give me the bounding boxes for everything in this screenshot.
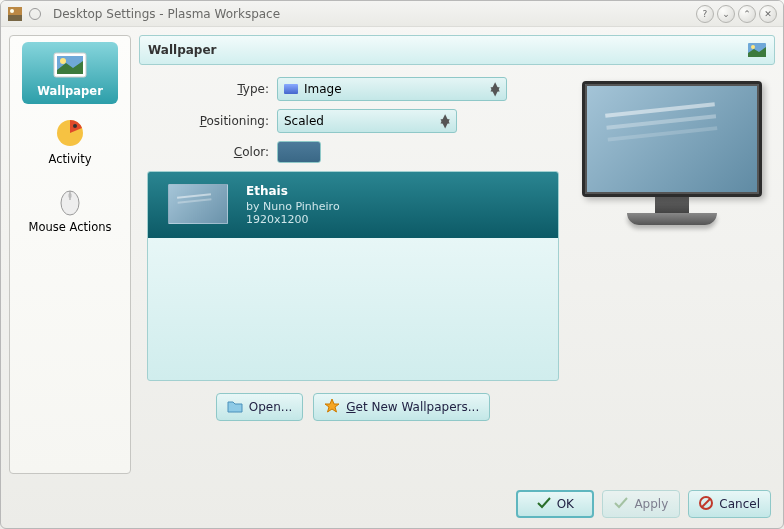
monitor-neck (655, 197, 689, 213)
type-value: Image (304, 82, 490, 96)
sidebar: Wallpaper Activity Mouse Actions (9, 35, 131, 474)
minimize-button[interactable]: ⌄ (717, 5, 735, 23)
wallpaper-actions: Open... Get New Wallpapers... (147, 393, 559, 421)
sidebar-item-label: Activity (22, 152, 118, 166)
activity-icon (22, 116, 118, 150)
svg-line-15 (702, 499, 710, 507)
wallpaper-info: Ethais by Nuno Pinheiro 1920x1200 (246, 184, 340, 226)
apply-button: Apply (602, 490, 680, 518)
chevron-updown-icon: ▲▼ (440, 116, 450, 126)
wallpaper-name: Ethais (246, 184, 340, 198)
get-new-wallpapers-button[interactable]: Get New Wallpapers... (313, 393, 490, 421)
sidebar-item-mouse-actions[interactable]: Mouse Actions (22, 178, 118, 240)
wallpaper-icon (22, 48, 118, 82)
content-area: Wallpaper Activity Mouse Actions Wallpap… (1, 27, 783, 482)
cancel-icon (699, 496, 713, 513)
folder-icon (227, 399, 243, 416)
mouse-icon (22, 184, 118, 218)
svg-point-13 (751, 45, 755, 49)
color-picker[interactable] (277, 141, 321, 163)
close-button[interactable]: ✕ (759, 5, 777, 23)
chevron-updown-icon: ▲▼ (490, 84, 500, 94)
titlebar: Desktop Settings - Plasma Workspace ? ⌄ … (1, 1, 783, 27)
wallpaper-resolution: 1920x1200 (246, 213, 340, 226)
monitor-screen (582, 81, 762, 197)
sidebar-item-wallpaper[interactable]: Wallpaper (22, 42, 118, 104)
svg-rect-1 (8, 15, 22, 21)
preview-column (577, 77, 767, 421)
sidebar-item-activity[interactable]: Activity (22, 110, 118, 172)
window-title: Desktop Settings - Plasma Workspace (53, 7, 693, 21)
positioning-label: Positioning: (147, 114, 277, 128)
section-header-icon (748, 43, 766, 57)
check-icon (537, 497, 551, 512)
section-header: Wallpaper (139, 35, 775, 65)
svg-point-2 (10, 9, 14, 13)
check-icon (614, 497, 628, 512)
positioning-value: Scaled (284, 114, 440, 128)
section-title: Wallpaper (148, 43, 216, 57)
help-button[interactable]: ? (696, 5, 714, 23)
positioning-select[interactable]: Scaled ▲▼ (277, 109, 457, 133)
window-menu-icon[interactable] (27, 6, 43, 22)
monitor-stand (627, 213, 717, 225)
open-button[interactable]: Open... (216, 393, 304, 421)
monitor-preview (582, 81, 762, 225)
svg-rect-11 (69, 193, 72, 198)
main-panel: Wallpaper Type: Image ▲▼ Positioning: (139, 35, 775, 474)
image-type-icon (284, 84, 298, 94)
wallpaper-list[interactable]: Ethais by Nuno Pinheiro 1920x1200 (147, 171, 559, 381)
sidebar-item-label: Wallpaper (22, 84, 118, 98)
type-select[interactable]: Image ▲▼ (277, 77, 507, 101)
cancel-button[interactable]: Cancel (688, 490, 771, 518)
sidebar-item-label: Mouse Actions (22, 220, 118, 234)
svg-point-8 (73, 124, 77, 128)
type-label: Type: (147, 82, 277, 96)
ok-button[interactable]: OK (516, 490, 594, 518)
wallpaper-thumbnail (168, 184, 228, 224)
maximize-button[interactable]: ⌃ (738, 5, 756, 23)
dialog-footer: OK Apply Cancel (1, 482, 783, 528)
svg-point-3 (30, 8, 41, 19)
app-icon (7, 6, 23, 22)
svg-point-6 (60, 58, 66, 64)
form-area: Type: Image ▲▼ Positioning: Scaled ▲▼ (139, 73, 775, 425)
star-icon (324, 398, 340, 417)
wallpaper-item[interactable]: Ethais by Nuno Pinheiro 1920x1200 (148, 172, 558, 238)
wallpaper-author: by Nuno Pinheiro (246, 200, 340, 213)
color-label: Color: (147, 145, 277, 159)
